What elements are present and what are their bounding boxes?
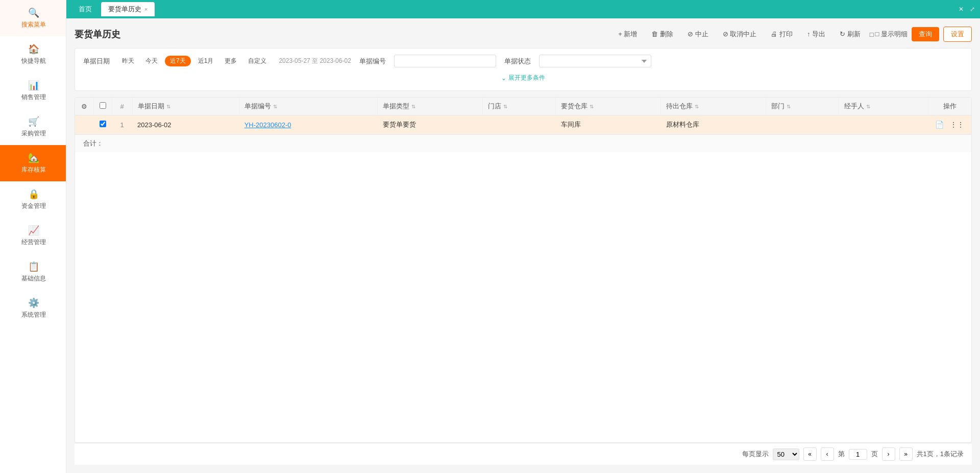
table-container: ⚙ # 单据日期⇅ 单据编号⇅ 单据类型⇅ 门店⇅ 要货仓库⇅ 待出仓库⇅ 部门… <box>75 97 972 443</box>
date-btn-1month[interactable]: 近1月 <box>194 56 218 66</box>
row-pendingwarehouse-0: 原材料仓库 <box>661 115 766 134</box>
page-goto-prefix: 第 <box>838 450 845 459</box>
expand-more-button[interactable]: ⌄ 展开更多条件 <box>83 72 963 84</box>
sidebar-label-search-menu: 搜索菜单 <box>21 20 46 29</box>
display-detail-toggle[interactable]: □ □ 显示明细 <box>870 30 908 39</box>
window-maximize-icon[interactable]: ⤢ <box>970 6 975 13</box>
main-area: 首页要货单历史 × ✕ ⤢ 要货单历史 + 新增 🗑 删除 ⊘ 中止 ⊘ 取消中… <box>66 0 980 473</box>
th-doc-no[interactable]: 单据编号⇅ <box>239 98 378 115</box>
status-select[interactable] <box>539 55 651 67</box>
per-page-select[interactable]: 50 10 20 100 <box>773 448 799 460</box>
tab-close-requisition-history[interactable]: × <box>144 6 148 12</box>
th-settings[interactable]: ⚙ <box>75 98 93 115</box>
th-department[interactable]: 部门⇅ <box>766 98 839 115</box>
tab-requisition-history[interactable]: 要货单历史 × <box>101 2 155 16</box>
sidebar-label-quick-nav: 快捷导航 <box>21 57 46 65</box>
page-goto-suffix: 页 <box>871 450 878 459</box>
sidebar-item-finance[interactable]: 🔒资金管理 <box>0 181 66 218</box>
sidebar-item-search-menu[interactable]: 🔍搜索菜单 <box>0 0 66 36</box>
select-all-checkbox[interactable] <box>100 102 106 109</box>
th-checkbox[interactable] <box>93 98 112 115</box>
sidebar-item-inventory[interactable]: 🏡库存核算 <box>0 145 66 181</box>
refresh-button[interactable]: ↻ 刷新 <box>835 27 866 41</box>
content: 要货单历史 + 新增 🗑 删除 ⊘ 中止 ⊘ 取消中止 🖨 打印 ↑ 导出 ↻ … <box>66 18 980 473</box>
quick-nav-icon: 🏠 <box>28 43 39 55</box>
inventory-icon: 🏡 <box>28 152 39 163</box>
sidebar-item-purchase[interactable]: 🛒采购管理 <box>0 109 66 145</box>
page-number-input[interactable] <box>849 449 867 460</box>
th-date[interactable]: 单据日期⇅ <box>132 98 239 115</box>
th-pending-warehouse[interactable]: 待出仓库⇅ <box>661 98 766 115</box>
doc-no-input[interactable] <box>394 55 496 67</box>
row-doctype-0: 要货单要货 <box>378 115 483 134</box>
sidebar-label-finance: 资金管理 <box>21 202 46 210</box>
tab-bar: 首页要货单历史 × ✕ ⤢ <box>66 0 980 18</box>
th-req-warehouse[interactable]: 要货仓库⇅ <box>556 98 661 115</box>
sidebar-label-basic-info: 基础信息 <box>21 274 46 283</box>
first-page-button[interactable]: « <box>803 447 817 461</box>
total-text: 共1页，1条记录 <box>917 450 964 459</box>
delete-button[interactable]: 🗑 删除 <box>646 27 678 41</box>
print-button[interactable]: 🖨 打印 <box>766 27 798 41</box>
row-docno-0[interactable]: YH-20230602-0 <box>239 115 378 134</box>
new-button[interactable]: + 新增 <box>613 27 642 41</box>
date-btn-custom[interactable]: 自定义 <box>244 56 271 66</box>
last-page-button[interactable]: » <box>899 447 913 461</box>
settings-button[interactable]: 设置 <box>943 27 972 42</box>
sidebar-item-basic-info[interactable]: 📋基础信息 <box>0 254 66 290</box>
table-row[interactable]: 1 2023-06-02 YH-20230602-0 要货单要货 车间库 原材料… <box>75 115 971 134</box>
tab-label-home: 首页 <box>79 5 92 14</box>
page-header: 要货单历史 + 新增 🗑 删除 ⊘ 中止 ⊘ 取消中止 🖨 打印 ↑ 导出 ↻ … <box>75 27 972 42</box>
th-store[interactable]: 门店⇅ <box>483 98 556 115</box>
sidebar-item-sales[interactable]: 📊销售管理 <box>0 73 66 109</box>
sidebar-label-system: 系统管理 <box>21 311 46 319</box>
query-button[interactable]: 查询 <box>912 27 939 41</box>
window-close-icon[interactable]: ✕ <box>959 6 964 13</box>
purchase-icon: 🛒 <box>28 116 39 127</box>
date-btn-7days[interactable]: 近7天 <box>165 56 191 66</box>
sidebar-item-operation[interactable]: 📈经营管理 <box>0 218 66 254</box>
sidebar-label-operation: 经营管理 <box>21 238 46 247</box>
summary-label: 合计： <box>83 139 103 147</box>
page-title: 要货单历史 <box>75 28 120 40</box>
sidebar-label-sales: 销售管理 <box>21 93 46 102</box>
date-btn-more[interactable]: 更多 <box>220 56 241 66</box>
search-menu-icon: 🔍 <box>28 7 39 18</box>
th-num: # <box>112 98 132 115</box>
th-handler[interactable]: 经手人⇅ <box>839 98 928 115</box>
row-check-0[interactable] <box>100 121 106 127</box>
sidebar-item-system[interactable]: ⚙️系统管理 <box>0 290 66 326</box>
filter-row-1: 单据日期 昨天 今天 近7天 近1月 更多 自定义 2023-05-27 至 2… <box>83 55 963 67</box>
row-settings-0[interactable] <box>75 115 93 134</box>
basic-info-icon: 📋 <box>28 261 39 272</box>
export-button[interactable]: ↑ 导出 <box>802 27 830 41</box>
tab-home[interactable]: 首页 <box>71 2 99 16</box>
table-header-row: ⚙ # 单据日期⇅ 单据编号⇅ 单据类型⇅ 门店⇅ 要货仓库⇅ 待出仓库⇅ 部门… <box>75 98 971 115</box>
sidebar-item-quick-nav[interactable]: 🏠快捷导航 <box>0 36 66 73</box>
row-reqwarehouse-0: 车间库 <box>556 115 661 134</box>
status-label: 单据状态 <box>504 57 531 66</box>
row-store-0 <box>483 115 556 134</box>
pagination-bar: 每页显示 50 10 20 100 « ‹ 第 页 › » 共1页，1条记录 <box>75 443 972 465</box>
next-page-button[interactable]: › <box>882 447 895 461</box>
date-btn-today[interactable]: 今天 <box>141 56 162 66</box>
row-checkbox-0[interactable] <box>93 115 112 134</box>
tab-label-requisition-history: 要货单历史 <box>108 5 141 14</box>
sidebar-label-purchase: 采购管理 <box>21 129 46 138</box>
row-edit-btn-0[interactable]: 📄 <box>933 120 946 130</box>
cancel-stop-button[interactable]: ⊘ 取消中止 <box>718 27 762 41</box>
stop-button[interactable]: ⊘ 中止 <box>682 27 714 41</box>
row-handler-0 <box>839 115 928 134</box>
doc-no-label: 单据编号 <box>359 57 386 66</box>
toolbar: + 新增 🗑 删除 ⊘ 中止 ⊘ 取消中止 🖨 打印 ↑ 导出 ↻ 刷新 □ □… <box>613 27 972 42</box>
th-doc-type[interactable]: 单据类型⇅ <box>378 98 483 115</box>
data-table: ⚙ # 单据日期⇅ 单据编号⇅ 单据类型⇅ 门店⇅ 要货仓库⇅ 待出仓库⇅ 部门… <box>75 98 971 134</box>
date-range-text: 2023-05-27 至 2023-06-02 <box>279 57 351 65</box>
table-footer: 合计： <box>75 134 971 152</box>
row-more-btn-0[interactable]: ⋮⋮ <box>948 120 966 130</box>
th-ops: 操作 <box>928 98 971 115</box>
date-btn-yesterday[interactable]: 昨天 <box>118 56 138 66</box>
prev-page-button[interactable]: ‹ <box>821 447 834 461</box>
sales-icon: 📊 <box>28 80 39 91</box>
tab-bar-right: ✕ ⤢ <box>959 6 975 13</box>
